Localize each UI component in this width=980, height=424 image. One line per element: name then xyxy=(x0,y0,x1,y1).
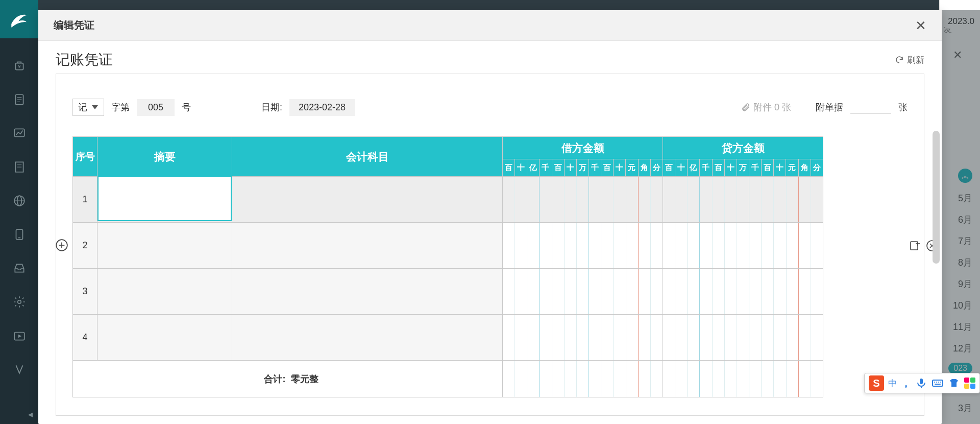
row-index: 3 xyxy=(73,269,97,315)
subject-cell[interactable] xyxy=(232,177,503,223)
voucher-type-select[interactable]: 记 xyxy=(72,99,104,116)
subject-cell[interactable] xyxy=(232,223,503,269)
credit-cell[interactable] xyxy=(663,223,823,269)
voucher-type-value: 记 xyxy=(78,101,87,113)
nav-icon-globe[interactable] xyxy=(12,194,27,208)
digit-header: 百 xyxy=(762,159,774,177)
ime-punct[interactable]: ， xyxy=(901,376,911,390)
nav-icon-video[interactable] xyxy=(12,328,27,343)
suffix-label: 号 xyxy=(182,101,191,113)
summary-cell[interactable] xyxy=(97,177,232,223)
date-input[interactable]: 2023-02-28 xyxy=(289,99,355,116)
sidebar-collapse-icon[interactable]: ◂ xyxy=(28,409,38,419)
top-bar xyxy=(38,0,980,10)
credit-cell[interactable] xyxy=(663,315,823,361)
scrollbar[interactable] xyxy=(933,131,940,264)
sidebar-items: ¥ xyxy=(0,38,38,376)
keyboard-icon[interactable] xyxy=(932,377,944,389)
col-credit: 贷方金额 xyxy=(663,137,823,159)
insert-icon xyxy=(909,240,921,252)
voucher-meta: 记 字第 005 号 日期: 2023-02-28 附件 0 张 附单据 张 xyxy=(72,99,908,116)
nav-icon-chart[interactable] xyxy=(12,126,27,140)
voucher-document: 记 字第 005 号 日期: 2023-02-28 附件 0 张 附单据 张 xyxy=(56,74,924,416)
bill-unit: 张 xyxy=(898,101,908,113)
toolbox-icon[interactable] xyxy=(964,378,975,389)
paperclip-icon xyxy=(741,103,750,112)
bill-label: 附单据 xyxy=(816,101,843,113)
nav-icon-tablet[interactable] xyxy=(12,227,27,242)
row-index: 4 xyxy=(73,315,97,361)
insert-row-button[interactable] xyxy=(909,240,921,254)
subject-cell[interactable] xyxy=(232,315,503,361)
digit-header: 千 xyxy=(540,159,552,177)
voucher-number-input[interactable]: 005 xyxy=(137,99,175,116)
sidebar: ¥ ◂ xyxy=(0,0,38,424)
credit-cell[interactable] xyxy=(663,177,823,223)
debit-cell[interactable] xyxy=(503,269,663,315)
mic-icon[interactable] xyxy=(915,377,927,389)
doc-title: 记账凭证 xyxy=(56,50,113,69)
digit-header: 亿 xyxy=(527,159,540,177)
summary-input[interactable] xyxy=(97,176,232,221)
refresh-label: 刷新 xyxy=(907,54,924,66)
digit-header: 十 xyxy=(564,159,576,177)
digit-header: 千 xyxy=(700,159,712,177)
bill-count-input[interactable] xyxy=(850,102,891,113)
nav-icon-v[interactable] xyxy=(12,362,27,376)
col-subject: 会计科目 xyxy=(232,137,503,177)
ime-lang[interactable]: 中 xyxy=(888,378,897,389)
chevron-down-icon xyxy=(91,105,99,110)
nav-icon-receipt[interactable] xyxy=(12,160,27,174)
app-logo[interactable] xyxy=(0,0,38,38)
debit-cell[interactable] xyxy=(503,177,663,223)
add-row-button[interactable] xyxy=(55,239,68,252)
digit-header: 千 xyxy=(749,159,761,177)
date-label: 日期: xyxy=(261,101,282,113)
digit-header: 万 xyxy=(737,159,749,177)
svg-marker-17 xyxy=(18,335,21,338)
svg-text:¥: ¥ xyxy=(17,63,21,69)
total-words: 零元整 xyxy=(291,374,318,384)
svg-point-15 xyxy=(17,300,21,304)
attachment-button[interactable]: 附件 0 张 xyxy=(741,101,791,113)
summary-cell[interactable] xyxy=(97,269,232,315)
row-index: 2 xyxy=(73,223,97,269)
digit-header: 十 xyxy=(614,159,626,177)
nav-icon-inbox[interactable] xyxy=(12,261,27,275)
digit-header: 角 xyxy=(638,159,650,177)
digit-header: 亿 xyxy=(688,159,700,177)
subject-cell[interactable] xyxy=(232,269,503,315)
digit-header: 百 xyxy=(552,159,564,177)
skin-icon[interactable] xyxy=(948,377,960,389)
close-icon[interactable]: ✕ xyxy=(915,19,926,32)
refresh-button[interactable]: 刷新 xyxy=(895,54,924,66)
digit-header: 分 xyxy=(650,159,663,177)
digit-header: 百 xyxy=(601,159,614,177)
row-index: 1 xyxy=(73,177,97,223)
digit-header: 分 xyxy=(811,159,823,177)
total-credit xyxy=(663,361,823,397)
ime-toolbar[interactable]: S 中 ， xyxy=(864,373,980,393)
modal-header: 编辑凭证 ✕ xyxy=(38,10,942,41)
summary-cell[interactable] xyxy=(97,315,232,361)
modal-title: 编辑凭证 xyxy=(54,18,94,32)
credit-cell[interactable] xyxy=(663,269,823,315)
plus-circle-icon xyxy=(55,239,68,252)
digit-header: 十 xyxy=(724,159,737,177)
total-label: 合计: xyxy=(264,374,285,384)
digit-header: 百 xyxy=(663,159,675,177)
digit-header: 元 xyxy=(786,159,798,177)
svg-rect-22 xyxy=(911,242,918,250)
digit-header: 千 xyxy=(589,159,601,177)
nav-icon-box[interactable]: ¥ xyxy=(12,59,27,73)
nav-icon-gear[interactable] xyxy=(12,295,27,309)
total-debit xyxy=(503,361,663,397)
debit-cell[interactable] xyxy=(503,223,663,269)
col-summary: 摘要 xyxy=(97,137,232,177)
col-debit: 借方金额 xyxy=(503,137,663,159)
summary-cell[interactable] xyxy=(97,223,232,269)
debit-cell[interactable] xyxy=(503,315,663,361)
digit-header: 元 xyxy=(626,159,638,177)
nav-icon-doc[interactable] xyxy=(12,92,27,107)
digit-header: 万 xyxy=(576,159,589,177)
